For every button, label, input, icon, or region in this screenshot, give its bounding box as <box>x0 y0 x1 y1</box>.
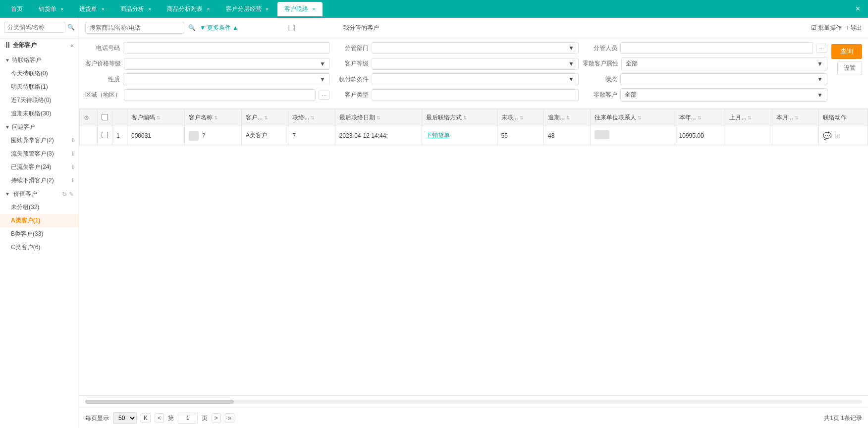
sidebar-search-area: 🔍 <box>0 18 79 37</box>
sidebar-section-problem[interactable]: ▼ 问题客户 <box>0 120 79 134</box>
nav-purchase[interactable]: 进货单 × <box>72 2 111 16</box>
status-select[interactable]: ▼ <box>620 73 827 85</box>
th-last-month[interactable]: 上月... ⇅ <box>725 109 772 126</box>
td-last-contact-method[interactable]: 下销货单 <box>422 126 497 145</box>
sidebar-search-icon[interactable]: 🔍 <box>67 24 75 31</box>
sidebar-item-unclassified[interactable]: 未分组(32) <box>0 201 79 214</box>
phone-input[interactable] <box>123 42 330 54</box>
select-all-checkbox[interactable] <box>102 114 108 120</box>
sidebar-section-pending[interactable]: ▼ 待联络客户 <box>0 54 79 67</box>
close-goods-analysis-icon[interactable]: × <box>148 6 151 12</box>
close-purchase-icon[interactable]: × <box>101 6 104 12</box>
qr-action-icon[interactable]: ⊞ <box>834 132 840 140</box>
export-btn[interactable]: ↑ 导出 <box>846 24 862 32</box>
person-more-btn[interactable]: ··· <box>816 44 827 53</box>
settings-icon[interactable]: ⚙ <box>84 114 89 121</box>
sidebar-item-hoarding[interactable]: 囤购异常客户(2) ℹ <box>0 134 79 147</box>
contact-method-link[interactable]: 下销货单 <box>426 132 450 139</box>
th-customer-type[interactable]: 客户... ⇅ <box>242 109 288 126</box>
query-btn[interactable]: 查询 <box>831 44 862 59</box>
customer-avatar <box>189 131 199 141</box>
sidebar-item-declining[interactable]: 持续下滑客户(2) ℹ <box>0 174 79 187</box>
nav-sales[interactable]: 销货单 × <box>32 2 70 16</box>
nature-select[interactable]: ▼ <box>123 73 330 85</box>
filter-row-4: 区域（地区） ··· 客户类型 零散客户 全部▼ <box>85 88 827 102</box>
region-input[interactable] <box>124 89 316 101</box>
customer-type-input[interactable] <box>372 89 579 101</box>
sidebar-item-churned[interactable]: 已流失客户(24) ℹ <box>0 160 79 174</box>
filter-cell-customer-type: 客户类型 <box>334 89 579 101</box>
prev-page-btn[interactable]: < <box>155 413 164 423</box>
th-unit-contact[interactable]: 往来单位联系人 ⇅ <box>591 109 675 126</box>
first-page-btn[interactable]: K <box>141 413 151 423</box>
nav-home[interactable]: 首页 <box>4 2 30 16</box>
th-last-contact-method[interactable]: 最后联络方式 ⇅ <box>422 109 497 126</box>
sidebar-item-today[interactable]: 今天待联络(0) <box>0 67 79 80</box>
unit-contact-avatar <box>595 130 609 139</box>
last-page-btn[interactable]: » <box>225 413 234 423</box>
th-last-contact-date[interactable]: 最后联络日期 ⇅ <box>335 109 422 126</box>
next-page-btn[interactable]: > <box>212 413 221 423</box>
my-customers-input[interactable] <box>242 25 341 31</box>
sidebar-collapse-icon[interactable]: « <box>70 42 74 49</box>
refresh-icon[interactable]: ↻ <box>62 191 67 198</box>
close-goods-list-icon[interactable]: × <box>207 6 210 12</box>
search-input[interactable] <box>85 22 184 34</box>
settings-btn[interactable]: 设置 <box>837 61 862 75</box>
sidebar-item-tomorrow[interactable]: 明天待联络(1) <box>0 80 79 94</box>
sidebar-item-class-c[interactable]: C类客户(6) <box>0 241 79 254</box>
arrow-icon-value: ▼ <box>5 191 10 197</box>
th-customer-code[interactable]: 客户编码 ⇅ <box>127 109 185 126</box>
payment-select[interactable]: ▼ <box>372 73 579 85</box>
scrollbar-thumb[interactable] <box>85 400 234 404</box>
sidebar-item-7days[interactable]: 近7天待联络(0) <box>0 94 79 107</box>
dept-select[interactable]: ▼ <box>372 42 579 54</box>
close-all-btn[interactable]: × <box>852 4 864 13</box>
th-contact-count[interactable]: 联络... ⇅ <box>288 109 335 126</box>
scrollbar-track[interactable] <box>85 400 862 404</box>
arrow-icon-problem: ▼ <box>5 124 10 130</box>
nav-customer-contact[interactable]: 客户联络 × <box>277 2 322 16</box>
th-customer-name[interactable]: 客户名称 ⇅ <box>184 109 242 126</box>
region-more-btn[interactable]: ··· <box>319 91 330 100</box>
retail-customer-select[interactable]: 全部▼ <box>620 88 827 102</box>
sort-icon4: ⇅ <box>311 115 315 120</box>
sidebar-section-value[interactable]: ▼ 价值客户 ↻ ✎ <box>0 187 79 201</box>
page-input[interactable] <box>178 413 198 424</box>
close-sales-icon[interactable]: × <box>60 6 63 12</box>
person-input[interactable] <box>620 42 813 54</box>
top-nav: 首页 销货单 × 进货单 × 商品分析 × 商品分析列表 × 客户分层经营 × … <box>0 0 868 18</box>
nav-goods-analysis[interactable]: 商品分析 × <box>113 2 158 16</box>
close-customer-contact-icon[interactable]: × <box>312 6 315 12</box>
td-checkbox[interactable] <box>98 126 112 145</box>
my-customers-checkbox[interactable]: 我分管的客户 <box>242 24 379 32</box>
row-checkbox[interactable] <box>102 132 108 138</box>
sidebar-item-class-a[interactable]: A类客户(1) <box>0 214 79 227</box>
more-filters-btn[interactable]: ▼ 更多条件 ▲ <box>200 24 238 32</box>
price-level-select[interactable]: ▼ <box>124 58 330 70</box>
scroll-area <box>79 395 868 408</box>
sidebar-item-churn-warning[interactable]: 流失预警客户(3) ℹ <box>0 147 79 160</box>
edit-icon[interactable]: ✎ <box>69 191 74 198</box>
page-size-select[interactable]: 50 <box>113 412 137 424</box>
filter-cell-payment: 收付款条件 ▼ <box>334 73 579 85</box>
search-icon[interactable]: 🔍 <box>188 24 196 31</box>
th-checkbox[interactable] <box>98 109 112 126</box>
sidebar-item-class-b[interactable]: B类客户(33) <box>0 227 79 241</box>
th-settings[interactable]: ⚙ <box>80 109 98 126</box>
comment-action-icon[interactable]: 💬 <box>823 132 831 140</box>
nav-goods-analysis-list[interactable]: 商品分析列表 × <box>160 2 217 16</box>
nav-customer-tier[interactable]: 客户分层经营 × <box>219 2 275 16</box>
sidebar-search-input[interactable] <box>4 22 65 33</box>
customer-level-select[interactable]: ▼ <box>372 58 579 70</box>
th-overdue[interactable]: 逾期... ⇅ <box>543 109 590 126</box>
sidebar-item-overdue[interactable]: 逾期未联络(30) <box>0 107 79 120</box>
close-customer-tier-icon[interactable]: × <box>266 6 269 12</box>
batch-op-btn[interactable]: ☑ 批量操作 <box>811 24 842 32</box>
sidebar-all-customers-header[interactable]: ⠿ 全部客户 « <box>0 37 79 54</box>
td-contact-count: 7 <box>288 126 335 145</box>
retail-attr-select[interactable]: 全部▼ <box>621 57 827 70</box>
th-not-contacted[interactable]: 未联... ⇅ <box>497 109 543 126</box>
th-this-year[interactable]: 本年... ⇅ <box>675 109 725 126</box>
th-this-month[interactable]: 本月... ⇅ <box>772 109 818 126</box>
